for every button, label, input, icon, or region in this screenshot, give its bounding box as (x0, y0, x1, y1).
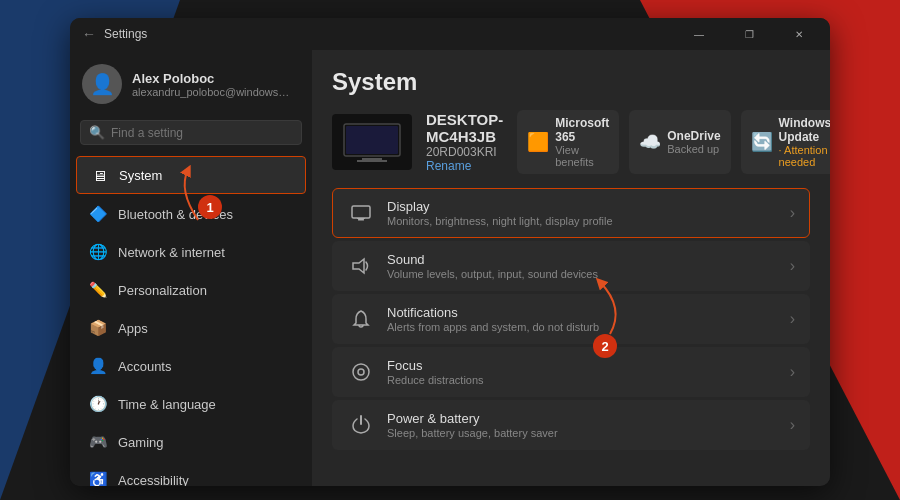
sidebar-item-network-label: Network & internet (118, 245, 225, 260)
sidebar-item-accessibility[interactable]: ♿ Accessibility (76, 462, 306, 486)
display-chevron: › (790, 204, 795, 222)
sidebar-item-accounts-label: Accounts (118, 359, 171, 374)
sound-chevron: › (790, 257, 795, 275)
main-layout: 👤 Alex Poloboc alexandru_poloboc@windows… (70, 50, 830, 486)
titlebar-controls: — ❐ ✕ (676, 18, 822, 50)
power-row[interactable]: Power & battery Sleep, battery usage, ba… (332, 400, 810, 450)
accessibility-icon: ♿ (88, 470, 108, 486)
notifications-row[interactable]: Notifications Alerts from apps and syste… (332, 294, 810, 344)
network-icon: 🌐 (88, 242, 108, 262)
content-area: System DESKTOP-MC4H3JB 20RD003KRI Rename (312, 50, 830, 486)
sound-title: Sound (387, 252, 778, 267)
annotation-1: 1 (198, 195, 222, 219)
microsoft365-link[interactable]: 🟧 Microsoft 365 View benefits (517, 110, 619, 174)
system-icon: 🖥 (89, 165, 109, 185)
windows-update-title: Windows Update (779, 116, 830, 144)
maximize-button[interactable]: ❐ (726, 18, 772, 50)
focus-title: Focus (387, 358, 778, 373)
notifications-icon (347, 305, 375, 333)
device-name-block: DESKTOP-MC4H3JB 20RD003KRI Rename (426, 111, 503, 173)
minimize-button[interactable]: — (676, 18, 722, 50)
sidebar-item-gaming[interactable]: 🎮 Gaming (76, 424, 306, 460)
power-subtitle: Sleep, battery usage, battery saver (387, 427, 778, 439)
power-text: Power & battery Sleep, battery usage, ba… (387, 411, 778, 439)
svg-point-8 (353, 364, 369, 380)
settings-window: ← Settings — ❐ ✕ 👤 Alex Poloboc alexandr… (70, 18, 830, 486)
sidebar-item-network[interactable]: 🌐 Network & internet (76, 234, 306, 270)
titlebar: ← Settings — ❐ ✕ (70, 18, 830, 50)
onedrive-link[interactable]: ☁️ OneDrive Backed up (629, 110, 730, 174)
windows-update-icon: 🔄 (751, 131, 773, 153)
apps-icon: 📦 (88, 318, 108, 338)
sound-text: Sound Volume levels, output, input, soun… (387, 252, 778, 280)
windows-update-link[interactable]: 🔄 Windows Update · Attention needed (741, 110, 830, 174)
page-title: System (332, 68, 810, 96)
notifications-subtitle: Alerts from apps and system, do not dist… (387, 321, 778, 333)
display-title: Display (387, 199, 778, 214)
focus-text: Focus Reduce distractions (387, 358, 778, 386)
focus-subtitle: Reduce distractions (387, 374, 778, 386)
power-chevron: › (790, 416, 795, 434)
sound-row[interactable]: Sound Volume levels, output, input, soun… (332, 241, 810, 291)
time-icon: 🕐 (88, 394, 108, 414)
user-info: Alex Poloboc alexandru_poloboc@windowsre… (132, 71, 292, 98)
sidebar-item-personalization-label: Personalization (118, 283, 207, 298)
search-container: 🔍 (70, 114, 312, 155)
microsoft365-subtitle: View benefits (555, 144, 609, 168)
windows-update-text: Windows Update · Attention needed (779, 116, 830, 168)
focus-chevron: › (790, 363, 795, 381)
sidebar-item-system-label: System (119, 168, 162, 183)
bluetooth-icon: 🔷 (88, 204, 108, 224)
sidebar-item-personalization[interactable]: ✏️ Personalization (76, 272, 306, 308)
search-box[interactable]: 🔍 (80, 120, 302, 145)
display-row[interactable]: Display Monitors, brightness, night ligh… (332, 188, 810, 238)
sidebar-item-accessibility-label: Accessibility (118, 473, 189, 487)
power-icon (347, 411, 375, 439)
device-rename-link[interactable]: Rename (426, 159, 503, 173)
svg-rect-5 (358, 219, 364, 221)
back-button[interactable]: ← (82, 26, 96, 42)
gaming-icon: 🎮 (88, 432, 108, 452)
svg-rect-4 (352, 206, 370, 218)
microsoft365-icon: 🟧 (527, 131, 549, 153)
close-button[interactable]: ✕ (776, 18, 822, 50)
svg-rect-3 (357, 160, 387, 162)
settings-list: Display Monitors, brightness, night ligh… (332, 188, 810, 450)
sound-subtitle: Volume levels, output, input, sound devi… (387, 268, 778, 280)
titlebar-left: ← Settings (82, 26, 147, 42)
svg-rect-6 (357, 218, 365, 219)
focus-icon (347, 358, 375, 386)
svg-point-9 (358, 369, 364, 375)
focus-row[interactable]: Focus Reduce distractions › (332, 347, 810, 397)
personalization-icon: ✏️ (88, 280, 108, 300)
sidebar-item-time-label: Time & language (118, 397, 216, 412)
svg-rect-1 (346, 126, 398, 154)
device-card: DESKTOP-MC4H3JB 20RD003KRI Rename 🟧 Micr… (332, 110, 810, 174)
svg-rect-2 (362, 158, 382, 160)
onedrive-icon: ☁️ (639, 131, 661, 153)
user-name: Alex Poloboc (132, 71, 292, 86)
notifications-chevron: › (790, 310, 795, 328)
display-text: Display Monitors, brightness, night ligh… (387, 199, 778, 227)
onedrive-subtitle: Backed up (667, 143, 720, 155)
sound-icon (347, 252, 375, 280)
notifications-text: Notifications Alerts from apps and syste… (387, 305, 778, 333)
sidebar-item-bluetooth[interactable]: 🔷 Bluetooth & devices (76, 196, 306, 232)
notifications-title: Notifications (387, 305, 778, 320)
display-icon (347, 199, 375, 227)
sidebar-item-time[interactable]: 🕐 Time & language (76, 386, 306, 422)
sidebar-item-system[interactable]: 🖥 System (76, 156, 306, 194)
sidebar: 👤 Alex Poloboc alexandru_poloboc@windows… (70, 50, 312, 486)
sidebar-item-apps[interactable]: 📦 Apps (76, 310, 306, 346)
sidebar-item-apps-label: Apps (118, 321, 148, 336)
quick-links: 🟧 Microsoft 365 View benefits ☁️ OneDriv… (517, 110, 830, 174)
windows-update-subtitle: · Attention needed (779, 144, 830, 168)
accounts-icon: 👤 (88, 356, 108, 376)
device-name: DESKTOP-MC4H3JB (426, 111, 503, 145)
search-input[interactable] (111, 126, 293, 140)
annotation-2: 2 (593, 334, 617, 358)
user-profile[interactable]: 👤 Alex Poloboc alexandru_poloboc@windows… (70, 50, 312, 114)
onedrive-title: OneDrive (667, 129, 720, 143)
window-title: Settings (104, 27, 147, 41)
sidebar-item-accounts[interactable]: 👤 Accounts (76, 348, 306, 384)
